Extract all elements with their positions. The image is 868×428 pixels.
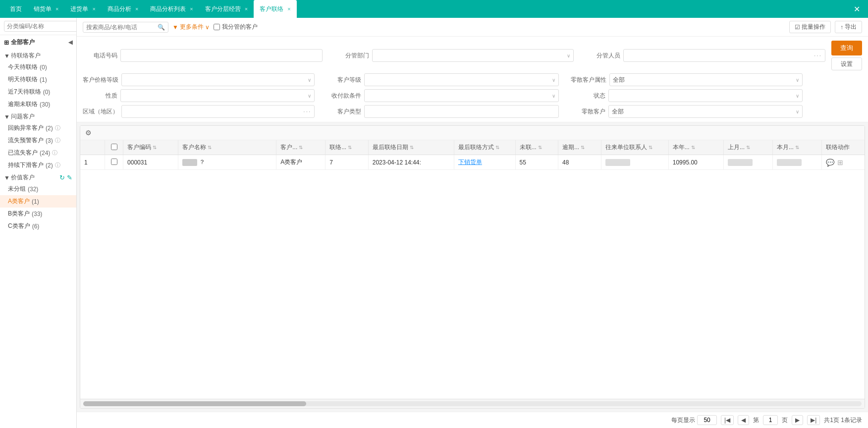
sidebar: 🔍 ⊞ 全部客户 ◀ ▼ 待联络客户 今天待联络 (0) 明天待联络 (1) 近…: [0, 18, 77, 428]
year-amount: 10995.00: [668, 155, 723, 170]
last-contact-way: 下销货单: [454, 155, 515, 170]
sidebar-item-repurchase-abnormal[interactable]: 回购异常客户 (2) ⓘ: [0, 122, 76, 134]
col-header-thismonth[interactable]: 本月... ⇅: [772, 140, 821, 155]
status-input[interactable]: ∨: [608, 89, 803, 102]
payment-input[interactable]: ∨: [364, 89, 558, 102]
nav-tab-customer-seg[interactable]: 客户分层经营 ×: [199, 0, 254, 18]
sidebar-item-churn-warning[interactable]: 流失预警客户 (3) ⓘ: [0, 134, 76, 147]
nav-tab-customer-contact[interactable]: 客户联络 ×: [254, 0, 296, 18]
col-header-unit[interactable]: 往来单位联系人 ⇅: [601, 140, 668, 155]
filter-icon: ▼: [172, 24, 178, 31]
select-all-checkbox[interactable]: [111, 144, 117, 150]
sidebar-item-declining[interactable]: 持续下滑客户 (2) ⓘ: [0, 159, 76, 171]
export-button[interactable]: ↑ 导出: [835, 21, 862, 33]
sort-icon: ⇅: [299, 145, 303, 150]
customer-code: 000031: [123, 155, 178, 170]
edit-icon[interactable]: ✎: [67, 174, 72, 181]
nature-input[interactable]: ∨: [120, 89, 315, 102]
close-icon[interactable]: ×: [190, 6, 193, 12]
sidebar-item-today-pending[interactable]: 今天待联络 (0): [0, 61, 76, 73]
sidebar-item-overdue-pending[interactable]: 逾期未联络 (30): [0, 98, 76, 110]
customer-grade-input[interactable]: ∨: [364, 73, 558, 86]
sidebar-item-ungrouped[interactable]: 未分组 (32): [0, 183, 76, 195]
filter-row-1: 电话号码 分管部门 ∨ 分管人员 ···: [83, 41, 862, 70]
sidebar-all-customers[interactable]: ⊞ 全部客户 ◀: [0, 35, 76, 50]
sort-icon: ⇅: [208, 145, 212, 150]
row-num: 1: [80, 155, 105, 170]
sidebar-item-churned[interactable]: 已流失客户 (24) ⓘ: [0, 147, 76, 159]
filter-more-btn[interactable]: ▼ 更多条件 ∨: [172, 23, 210, 31]
filter-payment: 收付款条件 ∨: [326, 89, 558, 102]
col-header-code[interactable]: 客户编码 ⇅: [123, 140, 178, 155]
dept-input[interactable]: ∨: [372, 49, 574, 62]
sort-icon: ⇅: [649, 145, 652, 150]
more-icon: ···: [303, 108, 311, 115]
my-customers-checkbox[interactable]: 我分管的客户: [214, 23, 258, 31]
page-size-input[interactable]: [697, 415, 717, 425]
settings-button[interactable]: 设置: [831, 57, 862, 70]
chat-icon[interactable]: 💬: [826, 159, 834, 166]
search-input[interactable]: [86, 24, 156, 31]
table-row: 1 000031 ？ A类客户 7 2023-04-12 14:44: [80, 155, 865, 170]
col-header-name[interactable]: 客户名称 ⇅: [178, 140, 276, 155]
nav-tab-analysis-list[interactable]: 商品分析列表 ×: [144, 0, 199, 18]
nav-tab-analysis[interactable]: 商品分析 ×: [102, 0, 144, 18]
col-header-year[interactable]: 本年... ⇅: [668, 140, 723, 155]
my-customers-input[interactable]: [214, 24, 220, 30]
col-header-type[interactable]: 客户... ⇅: [276, 140, 326, 155]
last-page-button[interactable]: ▶|: [807, 415, 820, 425]
sort-icon: ⇅: [153, 145, 157, 150]
sort-icon: ⇅: [795, 145, 799, 150]
scrollbar-thumb[interactable]: [83, 401, 306, 406]
col-header-lastmonth[interactable]: 上月... ⇅: [724, 140, 773, 155]
prev-page-button[interactable]: ◀: [738, 415, 749, 425]
sidebar-group-problem[interactable]: ▼ 问题客户: [0, 110, 76, 122]
sidebar-group-value[interactable]: ▼ 价值客户 ↻ ✎: [0, 171, 76, 183]
person-input[interactable]: ···: [623, 49, 825, 62]
row-checkbox[interactable]: [111, 159, 117, 165]
nav-tab-sales[interactable]: 销货单 ×: [28, 0, 64, 18]
batch-ops-button[interactable]: ☑ 批量操作: [789, 21, 831, 33]
horizontal-scrollbar[interactable]: [80, 399, 865, 408]
first-page-button[interactable]: |◀: [721, 415, 734, 425]
sidebar-item-class-c[interactable]: C类客户 (6): [0, 220, 76, 232]
close-icon[interactable]: ×: [55, 6, 58, 12]
col-header-uncontact[interactable]: 未联... ⇅: [515, 140, 558, 155]
app-close-button[interactable]: ✕: [850, 4, 864, 14]
col-header-last-way[interactable]: 最后联络方式 ⇅: [454, 140, 515, 155]
scatter-attr-input[interactable]: 全部 ∨: [609, 73, 803, 86]
sidebar-item-class-a[interactable]: A类客户 (1): [0, 195, 76, 208]
col-header-last-date[interactable]: 最后联络日期 ⇅: [368, 140, 454, 155]
page-number-input[interactable]: [763, 415, 778, 425]
filter-person: 分管人员 ···: [586, 49, 825, 62]
cust-type-input[interactable]: [364, 105, 558, 118]
filter-scatter-attr: 零散客户属性 全部 ∨: [571, 73, 803, 86]
price-grade-input[interactable]: ∨: [121, 73, 315, 86]
region-input[interactable]: ···: [121, 105, 315, 118]
sidebar-item-tomorrow-pending[interactable]: 明天待联络 (1): [0, 73, 76, 86]
next-page-button[interactable]: ▶: [792, 415, 803, 425]
close-icon[interactable]: ×: [287, 6, 290, 12]
col-header-action: 联络动作: [821, 140, 865, 155]
close-icon[interactable]: ×: [92, 6, 95, 12]
scatter-input[interactable]: 全部 ∨: [608, 105, 803, 118]
sidebar-group-pending[interactable]: ▼ 待联络客户: [0, 50, 76, 61]
nav-tab-home[interactable]: 首页: [4, 0, 28, 18]
sidebar-item-7days-pending[interactable]: 近7天待联络 (0): [0, 86, 76, 98]
last-contact-way-link[interactable]: 下销货单: [458, 159, 482, 165]
query-button[interactable]: 查询: [831, 41, 862, 55]
col-header-overdue[interactable]: 逾期... ⇅: [558, 140, 601, 155]
phone-input[interactable]: [120, 49, 323, 62]
sidebar-item-class-b[interactable]: B类客户 (33): [0, 208, 76, 220]
sidebar-search-input[interactable]: [4, 21, 77, 32]
sort-icon: ⇅: [410, 145, 414, 150]
col-header-contact[interactable]: 联络... ⇅: [326, 140, 369, 155]
col-header-check: [105, 140, 123, 155]
gear-icon[interactable]: ⚙: [85, 129, 92, 137]
more-action-icon[interactable]: ⊞: [837, 159, 843, 166]
nav-tab-purchase[interactable]: 进货单 ×: [64, 0, 101, 18]
close-icon[interactable]: ×: [135, 6, 138, 12]
filter-row-3: 性质 ∨ 收付款条件 ∨ 状态 ∨: [83, 89, 862, 102]
refresh-icon[interactable]: ↻: [59, 174, 65, 181]
close-icon[interactable]: ×: [245, 6, 248, 12]
